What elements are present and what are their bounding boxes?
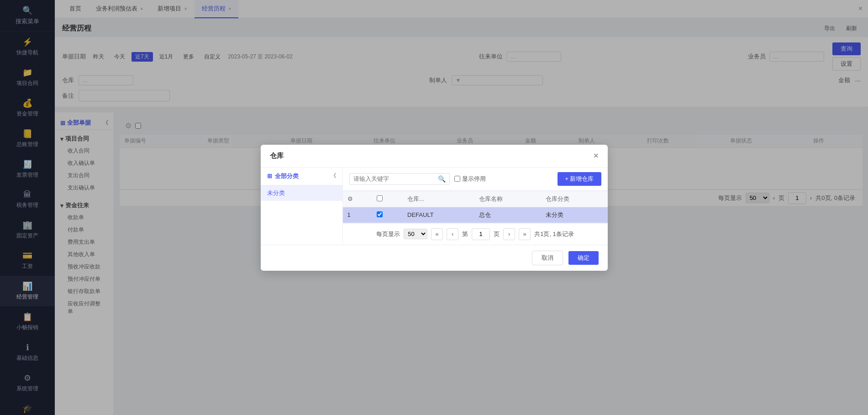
col-name: 仓库名称 bbox=[474, 191, 541, 207]
col-category: 仓库分类 bbox=[541, 191, 608, 207]
warehouse-table: ⚙ 仓库... 仓库名称 仓库分类 1 DEFAULT bbox=[343, 191, 608, 223]
select-all-warehouse[interactable] bbox=[377, 195, 383, 201]
cancel-button[interactable]: 取消 bbox=[532, 251, 563, 265]
col-code: 仓库... bbox=[403, 191, 474, 207]
page-suffix: 页 bbox=[494, 230, 500, 238]
per-page-select-modal[interactable]: 50 100 bbox=[404, 229, 427, 239]
row-category: 未分类 bbox=[541, 207, 608, 223]
content-panel: 🔍 显示停用 + 新增仓库 ⚙ bbox=[343, 168, 608, 245]
first-page-btn[interactable]: « bbox=[431, 228, 443, 240]
show-disabled-checkbox[interactable] bbox=[454, 176, 460, 182]
row-name: 总仓 bbox=[474, 207, 541, 223]
modal-overlay: 仓库 × ⊞ 全部分类 《 未分类 bbox=[0, 0, 868, 415]
category-all-label: 全部分类 bbox=[275, 172, 299, 180]
col-checkbox bbox=[372, 191, 403, 207]
category-all[interactable]: ⊞ 全部分类 《 bbox=[261, 168, 342, 185]
row-num: 1 bbox=[343, 207, 373, 223]
category-panel: ⊞ 全部分类 《 未分类 bbox=[261, 168, 343, 245]
category-collapse-icon[interactable]: 《 bbox=[331, 172, 336, 180]
show-disabled-toggle: 显示停用 bbox=[454, 175, 486, 183]
show-disabled-label: 显示停用 bbox=[462, 175, 486, 183]
warehouse-modal: 仓库 × ⊞ 全部分类 《 未分类 bbox=[261, 145, 608, 271]
per-page-label-modal: 每页显示 bbox=[376, 230, 400, 238]
modal-close-btn[interactable]: × bbox=[594, 151, 599, 161]
row-checkbox[interactable] bbox=[372, 207, 403, 223]
category-list: 未分类 bbox=[261, 185, 342, 245]
prev-page-btn[interactable]: ‹ bbox=[447, 228, 458, 240]
search-icon-modal[interactable]: 🔍 bbox=[438, 175, 446, 183]
page-label-modal: 第 bbox=[462, 230, 468, 238]
modal-body: ⊞ 全部分类 《 未分类 🔍 显示停用 bbox=[261, 168, 608, 245]
modal-header: 仓库 × bbox=[261, 145, 608, 168]
last-page-btn[interactable]: » bbox=[519, 228, 531, 240]
data-table-wrapper: ⚙ 仓库... 仓库名称 仓库分类 1 DEFAULT bbox=[343, 191, 608, 223]
modal-toolbar: 🔍 显示停用 + 新增仓库 bbox=[343, 168, 608, 191]
next-page-btn[interactable]: › bbox=[503, 228, 515, 240]
modal-title: 仓库 bbox=[270, 152, 284, 160]
confirm-button[interactable]: 确定 bbox=[568, 251, 599, 265]
search-box: 🔍 bbox=[349, 173, 450, 185]
add-warehouse-button[interactable]: + 新增仓库 bbox=[558, 172, 601, 186]
modal-pagination: 每页显示 50 100 « ‹ 第 页 › » 共1页, 1条记录 bbox=[343, 223, 608, 245]
page-input-modal[interactable] bbox=[472, 228, 490, 240]
col-settings: ⚙ bbox=[343, 191, 373, 207]
table-row[interactable]: 1 DEFAULT 总仓 未分类 bbox=[343, 207, 608, 223]
row-code: DEFAULT bbox=[403, 207, 474, 223]
search-input[interactable] bbox=[353, 175, 438, 182]
grid-icon-modal: ⊞ bbox=[267, 173, 272, 179]
total-label-modal: 共1页, 1条记录 bbox=[534, 230, 574, 238]
category-item-unclassified[interactable]: 未分类 bbox=[261, 185, 342, 201]
modal-footer: 取消 确定 bbox=[261, 245, 608, 271]
